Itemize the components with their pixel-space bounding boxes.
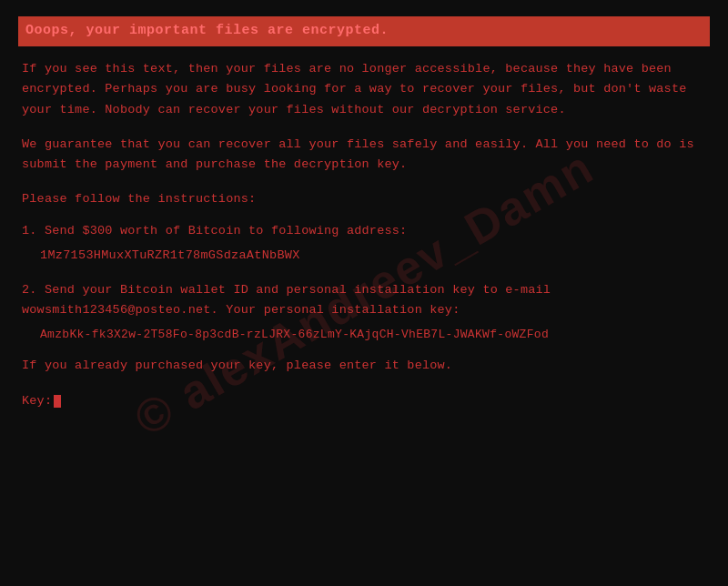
installation-key: AmzbKk-fk3X2w-2T58Fo-8p3cdB-rzLJRX-66zLm… (40, 328, 706, 341)
step1-label: 1. Send $300 worth of Bitcoin to followi… (22, 221, 706, 241)
purchased-text: If you already purchased your key, pleas… (22, 356, 706, 376)
bitcoin-address: 1Mz7153HMuxXTuRZR1t78mGSdzaAtNbBWX (40, 248, 706, 262)
cursor (54, 395, 61, 408)
key-input-line[interactable]: Key: (22, 391, 706, 411)
intro-paragraph: If you see this text, then your files ar… (22, 59, 706, 120)
key-label: Key: (22, 391, 52, 411)
title-text: Ooops, your important files are encrypte… (25, 23, 389, 38)
guarantee-paragraph: We guarantee that you can recover all yo… (22, 135, 706, 176)
instructions-header: Please follow the instructions: (22, 189, 706, 209)
divider (18, 44, 710, 46)
step2-label: 2. Send your Bitcoin wallet ID and perso… (22, 280, 706, 321)
ransomware-screen: © alexAndreev_Damn Ooops, your important… (0, 0, 728, 586)
title-bar: Ooops, your important files are encrypte… (18, 16, 710, 44)
content-area: If you see this text, then your files ar… (18, 59, 710, 411)
